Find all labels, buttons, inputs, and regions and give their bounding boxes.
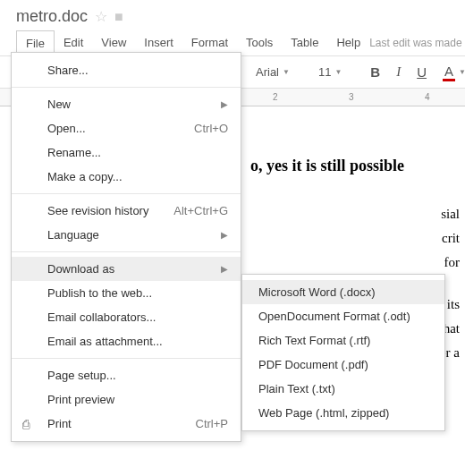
menu-help[interactable]: Help (327, 30, 369, 55)
submenu-item-docx[interactable]: Microsoft Word (.docx) (242, 280, 444, 304)
chevron-down-icon: ▼ (283, 68, 290, 76)
menu-separator (12, 193, 241, 194)
download-as-submenu: Microsoft Word (.docx) OpenDocument Form… (241, 274, 445, 431)
menu-label: Print preview (47, 393, 114, 406)
last-edit-text[interactable]: Last edit was made 9 (369, 37, 465, 49)
font-family-select[interactable]: Arial▼ (250, 64, 295, 81)
italic-button[interactable]: I (391, 63, 406, 81)
text-color-label: A (443, 64, 455, 81)
caret-right-icon: ▶ (221, 264, 228, 274)
underline-button[interactable]: U (411, 63, 432, 81)
folder-icon[interactable]: ■ (114, 9, 123, 25)
menu-item-print[interactable]: ⎙PrintCtrl+P (12, 412, 241, 436)
menu-label: New (47, 98, 71, 111)
menu-label: Share... (47, 64, 89, 77)
menu-label: Microsoft Word (.docx) (258, 285, 376, 299)
menu-item-rename[interactable]: Rename... (12, 140, 241, 165)
menu-item-email-collaborators[interactable]: Email collaborators... (12, 305, 241, 329)
menu-item-open[interactable]: Open...Ctrl+O (12, 116, 241, 140)
menu-label: PDF Document (.pdf) (258, 358, 368, 371)
submenu-item-rtf[interactable]: Rich Text Format (.rtf) (242, 328, 444, 353)
menu-label: Make a copy... (47, 170, 123, 183)
chevron-down-icon: ▼ (459, 68, 465, 76)
menu-item-publish[interactable]: Publish to the web... (12, 281, 241, 305)
shortcut: Ctrl+P (196, 417, 228, 430)
file-menu: Share... New▶ Open...Ctrl+O Rename... Ma… (11, 52, 241, 442)
text-color-button[interactable]: A▼ (437, 62, 465, 83)
title-bar: metro.doc ☆ ■ (0, 0, 465, 30)
menu-item-revision-history[interactable]: See revision historyAlt+Ctrl+G (12, 199, 241, 223)
menu-separator (12, 87, 241, 88)
text-fragment: crit (250, 226, 465, 251)
menu-label: Rename... (47, 146, 101, 159)
doc-paragraph: sial crit for (250, 202, 465, 275)
star-icon[interactable]: ☆ (95, 8, 107, 25)
text-fragment: for (250, 251, 465, 275)
menu-table[interactable]: Table (282, 30, 327, 55)
menu-tools[interactable]: Tools (237, 30, 282, 55)
menu-label: Download as (47, 262, 114, 276)
menu-separator (12, 251, 241, 252)
menu-view[interactable]: View (92, 30, 135, 55)
submenu-item-pdf[interactable]: PDF Document (.pdf) (242, 353, 444, 377)
ruler-tick: 4 (425, 92, 430, 102)
menu-label: Language (47, 228, 99, 242)
menu-separator (12, 358, 241, 359)
menu-label: Email as attachment... (47, 335, 163, 348)
menu-item-print-preview[interactable]: Print preview (12, 387, 241, 412)
font-family-label: Arial (256, 65, 279, 79)
submenu-item-html[interactable]: Web Page (.html, zipped) (242, 401, 444, 425)
menu-format[interactable]: Format (182, 30, 237, 55)
menu-label: See revision history (47, 204, 148, 217)
menu-item-download-as[interactable]: Download as▶ (12, 257, 241, 281)
document-title[interactable]: metro.doc (16, 7, 88, 26)
menu-label: Print (47, 417, 72, 430)
menu-label: Rich Text Format (.rtf) (258, 334, 370, 347)
submenu-item-odt[interactable]: OpenDocument Format (.odt) (242, 304, 444, 328)
text-fragment: sial (250, 202, 465, 226)
menu-item-share[interactable]: Share... (12, 58, 241, 82)
menu-label: Publish to the web... (47, 286, 152, 300)
menu-label: Plain Text (.txt) (258, 382, 335, 395)
menu-item-email-attachment[interactable]: Email as attachment... (12, 329, 241, 353)
font-size-select[interactable]: 11▼ (313, 64, 347, 81)
menu-label: Web Page (.html, zipped) (258, 406, 389, 420)
font-size-label: 11 (318, 65, 331, 79)
caret-right-icon: ▶ (221, 230, 228, 240)
menu-item-language[interactable]: Language▶ (12, 223, 241, 247)
submenu-item-txt[interactable]: Plain Text (.txt) (242, 377, 444, 401)
caret-right-icon: ▶ (221, 99, 228, 109)
chevron-down-icon: ▼ (334, 68, 342, 76)
shortcut: Alt+Ctrl+G (173, 204, 228, 217)
menu-insert[interactable]: Insert (135, 30, 182, 55)
menu-label: OpenDocument Format (.odt) (258, 310, 410, 323)
menu-label: Open... (47, 122, 86, 135)
ruler-tick: 3 (349, 92, 354, 102)
shortcut: Ctrl+O (194, 122, 228, 135)
menu-item-new[interactable]: New▶ (12, 92, 241, 116)
print-icon: ⎙ (22, 417, 30, 431)
menu-label: Page setup... (47, 369, 116, 382)
menu-label: Email collaborators... (47, 310, 156, 324)
menu-item-make-copy[interactable]: Make a copy... (12, 165, 241, 189)
ruler-tick: 2 (273, 92, 278, 102)
doc-heading: o, yes it is still possible (250, 157, 465, 175)
menu-edit[interactable]: Edit (55, 30, 92, 55)
bold-button[interactable]: B (365, 63, 385, 81)
menu-item-page-setup[interactable]: Page setup... (12, 363, 241, 387)
